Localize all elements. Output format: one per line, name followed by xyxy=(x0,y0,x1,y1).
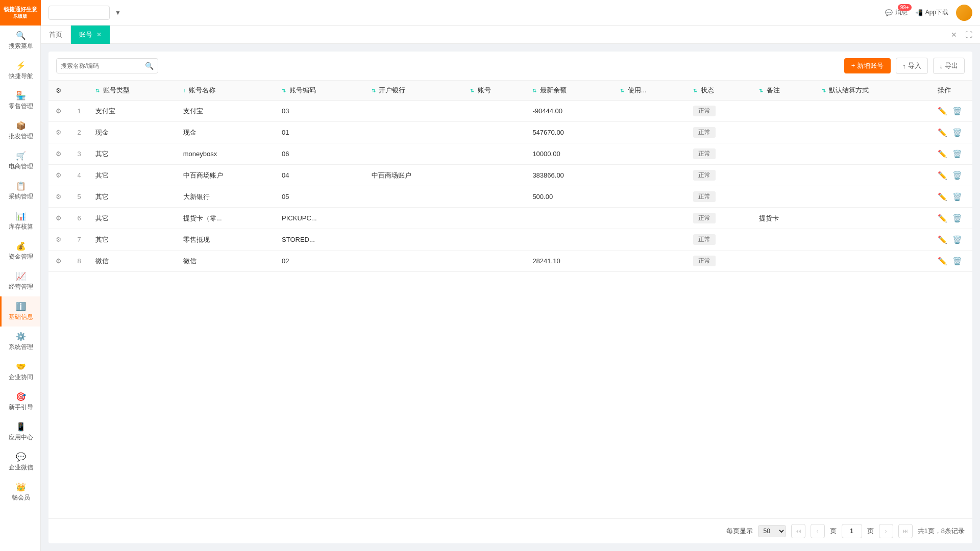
sidebar-item-purchase-mgmt[interactable]: 📋 采购管理 xyxy=(0,176,40,206)
col-remark[interactable]: ⇅ 备注 xyxy=(753,81,815,101)
col-bank[interactable]: ⇅ 开户银行 xyxy=(365,81,464,101)
edit-icon[interactable]: ✏️ xyxy=(938,214,947,223)
row-settings-icon[interactable]: ⚙ xyxy=(48,186,69,208)
search-input[interactable] xyxy=(61,62,142,69)
row-name: 现金 xyxy=(177,122,276,143)
sidebar-item-app-center[interactable]: 📱 应用中心 xyxy=(0,417,40,447)
tab-account[interactable]: 账号 ✕ xyxy=(71,26,110,44)
col-default-payment[interactable]: ⇅ 默认结算方式 xyxy=(816,81,932,101)
message-badge: 99+ xyxy=(898,4,912,11)
import-button[interactable]: ↑ 导入 xyxy=(896,58,928,74)
sidebar-item-ecommerce-mgmt[interactable]: 🛒 电商管理 xyxy=(0,146,40,176)
topbar-search-input[interactable] xyxy=(48,6,110,20)
col-bank-label: 开户银行 xyxy=(379,86,405,94)
col-name[interactable]: ↑ 账号名称 xyxy=(177,81,276,101)
close-window-button[interactable]: ✕ xyxy=(948,29,960,41)
maximize-window-button[interactable]: ⛶ xyxy=(963,29,975,41)
edit-icon[interactable]: ✏️ xyxy=(938,149,947,159)
sidebar-item-retail-mgmt[interactable]: 🏪 零售管理 xyxy=(0,86,40,116)
col-status[interactable]: ⇅ 状态 xyxy=(687,81,753,101)
row-settings-icon[interactable]: ⚙ xyxy=(48,251,69,272)
app-logo: 畅捷通好生意乐版版 xyxy=(0,0,41,26)
sidebar-item-wholesale-mgmt[interactable]: 📦 批发管理 xyxy=(0,116,40,146)
avatar[interactable] xyxy=(956,5,972,21)
row-usage xyxy=(614,208,687,229)
last-page-button[interactable]: ⏭ xyxy=(898,524,913,538)
add-account-button[interactable]: + 新增账号 xyxy=(844,58,891,73)
per-page-select[interactable]: 50 100 200 xyxy=(758,525,786,537)
edit-icon[interactable]: ✏️ xyxy=(938,235,947,244)
edit-icon[interactable]: ✏️ xyxy=(938,171,947,180)
tab-window-controls: ✕ ⛶ xyxy=(948,29,980,41)
quick-nav-icon: ⚡ xyxy=(16,61,26,70)
col-settings[interactable]: ⚙ xyxy=(48,81,69,101)
app-download-button[interactable]: 📲 App下载 xyxy=(915,8,948,17)
row-code: 05 xyxy=(276,186,365,208)
tab-home[interactable]: 首页 xyxy=(41,26,71,44)
edit-icon[interactable]: ✏️ xyxy=(938,107,947,116)
search-icon[interactable]: 🔍 xyxy=(145,62,154,70)
delete-icon[interactable]: 🗑️ xyxy=(952,192,962,202)
sidebar-item-enterprise-wechat[interactable]: 💬 企业微信 xyxy=(0,447,40,477)
col-type[interactable]: ⇅ 账号类型 xyxy=(89,81,177,101)
delete-icon[interactable]: 🗑️ xyxy=(952,107,962,116)
row-settings-icon[interactable]: ⚙ xyxy=(48,208,69,229)
add-account-label: + 新增账号 xyxy=(851,61,884,70)
col-balance[interactable]: ⇅ 最新余额 xyxy=(526,81,614,101)
sidebar-item-inventory-mgmt[interactable]: 📊 库存核算 xyxy=(0,206,40,236)
row-account xyxy=(464,229,526,251)
row-settings-icon[interactable]: ⚙ xyxy=(48,122,69,143)
delete-icon[interactable]: 🗑️ xyxy=(952,128,962,137)
row-settings-icon[interactable]: ⚙ xyxy=(48,165,69,186)
row-usage xyxy=(614,251,687,272)
row-default-payment xyxy=(816,251,932,272)
col-code[interactable]: ⇅ 账号编码 xyxy=(276,81,365,101)
next-page-button[interactable]: › xyxy=(879,524,893,538)
row-code: PICKUPC... xyxy=(276,208,365,229)
col-status-label: 状态 xyxy=(701,86,714,94)
col-usage[interactable]: ⇅ 使用... xyxy=(614,81,687,101)
edit-icon[interactable]: ✏️ xyxy=(938,128,947,137)
delete-icon[interactable]: 🗑️ xyxy=(952,171,962,180)
sidebar-item-quick-nav[interactable]: ⚡ 快捷导航 xyxy=(0,56,40,86)
delete-icon[interactable]: 🗑️ xyxy=(952,149,962,159)
page-input[interactable] xyxy=(842,524,862,538)
sort-icon: ⇅ xyxy=(822,88,826,93)
delete-icon[interactable]: 🗑️ xyxy=(952,235,962,244)
edit-icon[interactable]: ✏️ xyxy=(938,257,947,266)
topbar-dropdown[interactable]: ▼ xyxy=(115,9,121,16)
message-button[interactable]: 💬 消息 99+ xyxy=(885,8,908,17)
tab-close-icon[interactable]: ✕ xyxy=(96,31,102,38)
sidebar-item-enterprise-agreement[interactable]: 🤝 企业协同 xyxy=(0,357,40,387)
row-settings-icon[interactable]: ⚙ xyxy=(48,143,69,165)
row-bank xyxy=(365,251,464,272)
row-balance: 500.00 xyxy=(526,186,614,208)
sidebar-item-system-mgmt[interactable]: ⚙️ 系统管理 xyxy=(0,327,40,357)
sidebar-item-search-menu[interactable]: 🔍 搜索菜单 xyxy=(0,26,40,56)
row-code: 03 xyxy=(276,101,365,122)
sidebar-item-basic-info[interactable]: ℹ️ 基础信息 xyxy=(0,296,40,327)
row-default-payment xyxy=(816,165,932,186)
row-settings-icon[interactable]: ⚙ xyxy=(48,229,69,251)
row-settings-icon[interactable]: ⚙ xyxy=(48,101,69,122)
system-icon: ⚙️ xyxy=(16,332,26,341)
sidebar-item-operation-mgmt[interactable]: 📈 经营管理 xyxy=(0,266,40,296)
sidebar-item-label: 应用中心 xyxy=(9,433,33,442)
sort-icon: ⇅ xyxy=(620,88,624,93)
delete-icon[interactable]: 🗑️ xyxy=(952,257,962,266)
delete-icon[interactable]: 🗑️ xyxy=(952,214,962,223)
edit-icon[interactable]: ✏️ xyxy=(938,192,947,202)
row-num: 4 xyxy=(69,165,89,186)
col-account[interactable]: ⇅ 账号 xyxy=(464,81,526,101)
sidebar-item-label: 库存核算 xyxy=(9,222,33,231)
sidebar-item-capital-mgmt[interactable]: 💰 资金管理 xyxy=(0,236,40,266)
prev-page-button[interactable]: ‹ xyxy=(811,524,825,538)
col-action-label: 操作 xyxy=(938,86,951,94)
row-bank xyxy=(365,229,464,251)
col-num xyxy=(69,81,89,101)
export-button[interactable]: ↓ 导出 xyxy=(933,58,965,74)
sidebar-item-guide[interactable]: 🎯 新手引导 xyxy=(0,387,40,417)
accounts-table: ⚙ ⇅ 账号类型 ↑ 账号名称 xyxy=(48,81,972,272)
sidebar-item-vip[interactable]: 👑 畅会员 xyxy=(0,477,40,507)
first-page-button[interactable]: ⏮ xyxy=(791,524,805,538)
